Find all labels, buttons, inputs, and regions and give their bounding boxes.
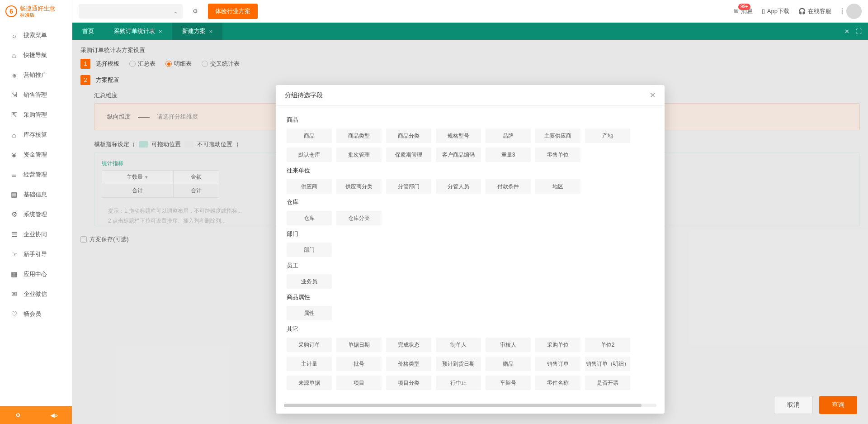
opt-采购单位[interactable]: 采购单位 bbox=[535, 338, 580, 352]
opt-批号[interactable]: 批号 bbox=[336, 357, 382, 371]
opt-主计量[interactable]: 主计量 bbox=[287, 357, 332, 371]
opt-批次管理[interactable]: 批次管理 bbox=[336, 148, 382, 162]
opt-车架号[interactable]: 车架号 bbox=[486, 376, 531, 390]
opt-是否开票[interactable]: 是否开票 bbox=[585, 376, 630, 390]
nav-搜索菜单[interactable]: ⌕搜索菜单 bbox=[0, 25, 72, 45]
opt-零售单位[interactable]: 零售单位 bbox=[535, 148, 580, 162]
nav-icon: ⎈ bbox=[10, 71, 18, 79]
phone-icon: ▯ bbox=[762, 8, 765, 14]
sidebar: 6 畅捷通好生意 标准版 ⌕搜索菜单⌂快捷导航⎈营销推广⇲销售管理⇱采购管理⌂库… bbox=[0, 0, 72, 424]
modal-scrollbar[interactable] bbox=[284, 404, 656, 407]
opt-行中止[interactable]: 行中止 bbox=[436, 376, 481, 390]
opt-业务员[interactable]: 业务员 bbox=[287, 274, 332, 289]
opt-分管部门[interactable]: 分管部门 bbox=[386, 179, 431, 194]
opt-零件名称[interactable]: 零件名称 bbox=[535, 376, 580, 390]
nav-畅会员[interactable]: ♡畅会员 bbox=[0, 304, 72, 324]
opt-价格类型[interactable]: 价格类型 bbox=[386, 357, 431, 371]
tab-首页[interactable]: 首页 bbox=[72, 23, 104, 40]
nav-资金管理[interactable]: ¥资金管理 bbox=[0, 145, 72, 165]
nav-企业微信[interactable]: ✉企业微信 bbox=[0, 284, 72, 304]
opt-规格型号[interactable]: 规格型号 bbox=[436, 129, 481, 143]
opt-部门[interactable]: 部门 bbox=[287, 243, 332, 257]
tab-采购订单统计表[interactable]: 采购订单统计表× bbox=[104, 23, 172, 40]
opt-商品[interactable]: 商品 bbox=[287, 129, 332, 143]
opt-保质期管理[interactable]: 保质期管理 bbox=[386, 148, 431, 162]
nav-list: ⌕搜索菜单⌂快捷导航⎈营销推广⇲销售管理⇱采购管理⌂库存核算¥资金管理≣经营管理… bbox=[0, 23, 72, 406]
opt-预计到货日期[interactable]: 预计到货日期 bbox=[436, 357, 481, 371]
nav-营销推广[interactable]: ⎈营销推广 bbox=[0, 65, 72, 85]
settings-icon[interactable]: ⚙ bbox=[0, 406, 36, 424]
expand-icon[interactable]: ⛶ bbox=[856, 28, 862, 35]
opt-项目分类[interactable]: 项目分类 bbox=[386, 376, 431, 390]
opt-赠品[interactable]: 赠品 bbox=[486, 357, 531, 371]
chevron-down-icon: ⌄ bbox=[173, 8, 178, 14]
opt-完成状态[interactable]: 完成状态 bbox=[386, 338, 431, 352]
collapse-icon[interactable]: ◀» bbox=[36, 406, 72, 424]
nav-系统管理[interactable]: ⚙系统管理 bbox=[0, 205, 72, 224]
opt-重量3[interactable]: 重量3 bbox=[486, 148, 531, 162]
brand-edition: 标准版 bbox=[20, 12, 55, 19]
group-往来单位: 往来单位 bbox=[287, 167, 654, 175]
nav-icon: ▦ bbox=[10, 270, 18, 278]
opt-地区[interactable]: 地区 bbox=[535, 179, 580, 194]
opt-客户商品编码[interactable]: 客户商品编码 bbox=[436, 148, 481, 162]
try-industry-button[interactable]: 体验行业方案 bbox=[208, 4, 258, 19]
nav-应用中心[interactable]: ▦应用中心 bbox=[0, 264, 72, 284]
nav-采购管理[interactable]: ⇱采购管理 bbox=[0, 105, 72, 125]
nav-经营管理[interactable]: ≣经营管理 bbox=[0, 165, 72, 185]
opt-销售订单（明细）[interactable]: 销售订单（明细） bbox=[585, 357, 630, 371]
nav-icon: ≣ bbox=[10, 171, 18, 179]
opt-制单人[interactable]: 制单人 bbox=[436, 338, 481, 352]
opt-仓库分类[interactable]: 仓库分类 bbox=[336, 211, 382, 225]
tab-bar: 首页采购订单统计表×新建方案×✕⛶ bbox=[72, 23, 868, 40]
field-picker-modal: 分组待选字段 ✕ 商品商品商品类型商品分类规格型号品牌主要供应商产地默认仓库批次… bbox=[276, 85, 665, 414]
nav-新手引导[interactable]: ☞新手引导 bbox=[0, 244, 72, 264]
close-icon[interactable]: × bbox=[209, 28, 213, 35]
nav-icon: ⇱ bbox=[10, 111, 18, 119]
nav-icon: ⚙ bbox=[10, 210, 18, 219]
close-icon[interactable]: × bbox=[159, 28, 162, 35]
nav-icon: ⌕ bbox=[10, 31, 18, 39]
close-icon[interactable]: ✕ bbox=[650, 91, 656, 100]
messages-link[interactable]: ✉ 消息 99+ bbox=[734, 7, 753, 15]
user-avatar[interactable]: ┋ bbox=[840, 4, 862, 19]
nav-企业协同[interactable]: ☰企业协同 bbox=[0, 224, 72, 244]
opt-主要供应商[interactable]: 主要供应商 bbox=[535, 129, 580, 143]
opt-单据日期[interactable]: 单据日期 bbox=[336, 338, 382, 352]
group-部门: 部门 bbox=[287, 230, 654, 238]
logo: 6 畅捷通好生意 标准版 bbox=[0, 0, 72, 23]
org-selector[interactable]: ⌄ bbox=[79, 4, 183, 19]
opt-默认仓库[interactable]: 默认仓库 bbox=[287, 148, 332, 162]
opt-单位2[interactable]: 单位2 bbox=[585, 338, 630, 352]
sidebar-footer: ⚙ ◀» bbox=[0, 406, 72, 424]
online-cs-link[interactable]: 🎧 在线客服 bbox=[798, 7, 831, 15]
opt-销售订单[interactable]: 销售订单 bbox=[535, 357, 580, 371]
opt-采购订单[interactable]: 采购订单 bbox=[287, 338, 332, 352]
opt-仓库[interactable]: 仓库 bbox=[287, 211, 332, 225]
opt-项目[interactable]: 项目 bbox=[336, 376, 382, 390]
opt-属性[interactable]: 属性 bbox=[287, 306, 332, 320]
tab-新建方案[interactable]: 新建方案× bbox=[172, 23, 223, 40]
gear-icon[interactable]: ⚙ bbox=[188, 4, 203, 19]
group-商品: 商品 bbox=[287, 116, 654, 124]
nav-销售管理[interactable]: ⇲销售管理 bbox=[0, 85, 72, 105]
page-content: 采购订单统计表方案设置 1 选择模板 汇总表明细表交叉统计表 2 方案配置 汇总… bbox=[72, 40, 868, 424]
opt-分管人员[interactable]: 分管人员 bbox=[436, 179, 481, 194]
opt-来源单据[interactable]: 来源单据 bbox=[287, 376, 332, 390]
nav-快捷导航[interactable]: ⌂快捷导航 bbox=[0, 45, 72, 65]
opt-商品分类[interactable]: 商品分类 bbox=[386, 129, 431, 143]
opt-产地[interactable]: 产地 bbox=[585, 129, 630, 143]
nav-基础信息[interactable]: ▤基础信息 bbox=[0, 185, 72, 205]
opt-供应商分类[interactable]: 供应商分类 bbox=[336, 179, 382, 194]
opt-品牌[interactable]: 品牌 bbox=[486, 129, 531, 143]
opt-商品类型[interactable]: 商品类型 bbox=[336, 129, 382, 143]
nav-icon: ☞ bbox=[10, 250, 18, 258]
nav-icon: ✉ bbox=[10, 290, 18, 298]
nav-icon: ☰ bbox=[10, 230, 18, 238]
opt-供应商[interactable]: 供应商 bbox=[287, 179, 332, 194]
opt-审核人[interactable]: 审核人 bbox=[486, 338, 531, 352]
close-all-icon[interactable]: ✕ bbox=[844, 28, 849, 35]
app-download-link[interactable]: ▯ App下载 bbox=[762, 7, 789, 15]
nav-库存核算[interactable]: ⌂库存核算 bbox=[0, 125, 72, 145]
opt-付款条件[interactable]: 付款条件 bbox=[486, 179, 531, 194]
